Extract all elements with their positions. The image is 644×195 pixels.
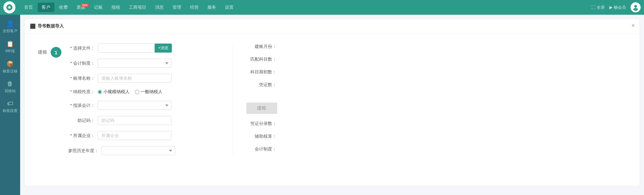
nav-invoices[interactable]: 票据 new [72,3,89,12]
nav-bookkeeping[interactable]: 记账 [90,3,107,12]
import-panel: ⬛ 导爷数据导入 × 建账 1 * 选择文件： +浏览 [24,19,640,186]
memo-code-label: 助记码： [68,118,95,124]
nav-clients[interactable]: 客户 [38,3,54,12]
recycle-icon: 🗑 [7,80,13,87]
nav-items: 首页 客户 收费 票据 new 记账 报税 工商项目 消息 管理 经营 服务 设… [20,3,591,12]
panel-header: ⬛ 导爷数据导入 [24,19,640,34]
nav-business[interactable]: 工商项目 [125,3,150,12]
aux-accounting-row: 辅助核算： [246,133,626,139]
sidebar-item-recycle[interactable]: 🗑 回收站 [1,78,19,96]
accounting-system-select[interactable] [98,59,171,68]
accounting-month-label: 建账月份： [246,44,277,50]
file-label: * 选择文件： [68,45,95,51]
top-navigation: 首页 客户 收费 票据 new 记账 报税 工商项目 消息 管理 经营 服务 设… [0,0,644,15]
affiliated-company-label: * 所属企业： [68,133,95,139]
sidebar-item-account-migration[interactable]: 📦 账套迁移 [1,58,19,76]
tax-type-label: * 纳税性质： [68,89,95,95]
file-select-row: * 选择文件： +浏览 [68,44,222,53]
initial-balance-row: 科目期初数： [246,69,626,75]
initial-balance-label: 科目期初数： [246,69,277,75]
form-area: 建账 1 * 选择文件： +浏览 * 会计制度： [24,34,640,165]
tax-type-radio-group: 小规模纳税人 一般纳税人 [98,89,162,95]
voucher-count-label: 凭证数： [246,82,277,88]
reference-year-row: 参照历史年度： [68,146,222,155]
main-content: ⬛ 导爷数据导入 × 建账 1 * 选择文件： +浏览 [20,15,644,195]
sidebar-item-declaration[interactable]: 📋 0申报 [1,38,19,56]
form-right: 建账月份： 匹配科目数： 科目期初数： 凭证数： 建账 [233,44,626,155]
step-label: 建账 [38,49,47,55]
fullscreen-icon: ⛶ [591,5,595,10]
assigned-accountant-select[interactable] [98,101,171,110]
nav-operations[interactable]: 经营 [186,3,203,12]
fullscreen-btn[interactable]: ⛶ 全屏 [591,5,605,10]
memo-code-row: 助记码： [68,116,222,125]
nav-tax[interactable]: 报税 [107,3,124,12]
right-accounting-system-row: 会计制度： [246,146,626,152]
tag-settings-icon: 🏷 [7,100,13,107]
account-migration-icon: 📦 [6,60,14,68]
tax-type-general-radio[interactable] [135,90,139,94]
sidebar-item-all-clients[interactable]: 👤 全部客户 [1,17,19,36]
nav-right-group: ⛶ 全屏 ▶ 畅会员 [591,2,641,12]
ledger-name-label: * 账簿名称： [68,75,95,81]
affiliated-company-input[interactable] [98,131,171,140]
svg-point-1 [8,6,10,8]
right-accounting-system-label: 会计制度： [246,146,277,152]
match-accounts-label: 匹配科目数： [246,56,277,62]
step-indicator: 建账 1 [38,47,61,58]
declaration-icon: 📋 [6,40,14,48]
assigned-accountant-row: * 指派会计： [68,101,222,110]
tax-type-row: * 纳税性质： 小规模纳税人 一般纳税人 [68,89,222,95]
nav-services[interactable]: 服务 [203,3,220,12]
form-left: * 选择文件： +浏览 * 会计制度： * 账簿名称： [68,44,222,155]
vip-icon: ▶ [609,5,612,10]
vip-btn[interactable]: ▶ 畅会员 [609,5,626,10]
affiliated-company-row: * 所属企业： [68,131,222,140]
svg-point-2 [634,5,637,8]
panel-title: 导爷数据导入 [38,23,64,29]
app-logo[interactable] [3,1,15,13]
accounting-system-row: * 会计制度： [68,59,222,68]
reference-year-label: 参照历史年度： [68,148,99,154]
user-avatar[interactable] [631,2,641,12]
assigned-accountant-label: * 指派会计： [68,103,95,109]
voucher-count-row: 凭证数： [246,82,626,88]
tax-type-small[interactable]: 小规模纳税人 [98,89,130,95]
new-badge: new [81,3,89,7]
browse-button[interactable]: +浏览 [155,44,172,53]
nav-settings[interactable]: 设置 [221,3,238,12]
reference-year-select[interactable] [101,146,175,155]
voucher-entries-label: 凭证分录数： [246,121,277,127]
nav-messages[interactable]: 消息 [151,3,168,12]
aux-accounting-label: 辅助核算： [246,133,277,139]
step-circle: 1 [51,47,61,58]
nav-home[interactable]: 首页 [20,3,37,12]
file-input-group: +浏览 [98,44,172,53]
voucher-entries-row: 凭证分录数： [246,121,626,127]
create-account-button[interactable]: 建账 [246,103,277,114]
close-button[interactable]: × [631,22,635,28]
file-text-input[interactable] [98,44,155,53]
tax-type-general[interactable]: 一般纳税人 [135,89,162,95]
all-clients-icon: 👤 [6,20,14,27]
sidebar: 👤 全部客户 📋 0申报 📦 账套迁移 🗑 回收站 🏷 标签设置 [0,15,20,195]
tax-type-small-radio[interactable] [98,90,102,94]
match-accounts-row: 匹配科目数： [246,56,626,62]
sidebar-item-tag-settings[interactable]: 🏷 标签设置 [1,97,19,116]
accounting-month-row: 建账月份： [246,44,626,50]
panel-header-icon: ⬛ [30,23,36,29]
nav-management[interactable]: 管理 [168,3,185,12]
nav-fees[interactable]: 收费 [55,3,72,12]
svg-point-3 [633,8,638,11]
accounting-system-label: * 会计制度： [68,60,95,66]
ledger-name-input[interactable] [98,74,171,83]
ledger-name-row: * 账簿名称： [68,74,222,83]
memo-code-input[interactable] [98,116,171,125]
